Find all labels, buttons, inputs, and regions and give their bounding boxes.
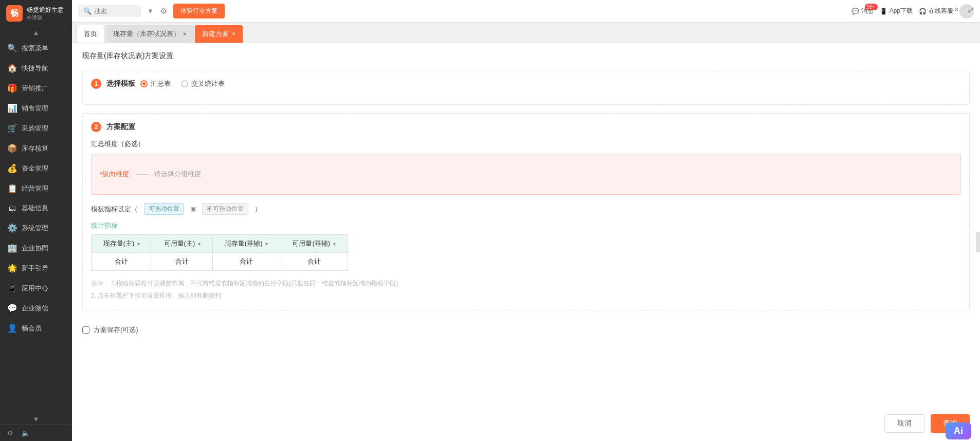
building-icon: 🏢 — [7, 243, 17, 253]
sidebar-item-label: 快捷导航 — [22, 64, 48, 73]
chevron-down-icon-3[interactable]: ▾ — [333, 241, 336, 247]
dimension-label: 汇总维度（必选） — [91, 139, 961, 149]
section2-header: 2 方案配置 — [91, 122, 961, 132]
clipboard-icon: 📋 — [7, 183, 17, 193]
radio-label-cross: 交叉统计表 — [191, 79, 225, 88]
indicator-settings-suffix-1: ▣ — [190, 206, 196, 213]
ai-badge[interactable]: Ai — [946, 422, 971, 439]
chat-icon: 💬 — [7, 303, 17, 313]
headset-icon: 🎧 — [919, 8, 927, 15]
resize-handle[interactable] — [976, 232, 980, 252]
sidebar-bottom: ⚙ 🔈 — [0, 425, 72, 441]
settings-icon[interactable]: ⚙ — [7, 429, 13, 437]
new-scheme-tab-label: 新建方案 — [202, 29, 229, 39]
sidebar-item-label: 销售管理 — [22, 104, 48, 113]
message-button[interactable]: 💬 消息 99+ — [851, 7, 874, 15]
sidebar-item-enterprise[interactable]: 🏢 企业协同 — [0, 238, 72, 258]
scroll-up-arrow[interactable]: ▲ — [0, 27, 72, 38]
chevron-down-icon-1[interactable]: ▾ — [198, 241, 201, 247]
volume-icon[interactable]: 🔈 — [22, 429, 30, 437]
close-inventory-tab-icon[interactable]: × — [183, 30, 187, 38]
dimension-placeholder: 请选择分组维度 — [154, 170, 201, 178]
box-icon: 📦 — [7, 143, 17, 153]
cell-2: 合计 — [212, 253, 280, 271]
sidebar-item-label: 应用中心 — [22, 284, 48, 293]
sidebar-item-wechat[interactable]: 💬 企业微信 — [0, 298, 72, 318]
sidebar-item-member[interactable]: 👤 畅会员 — [0, 318, 72, 338]
app-download-button[interactable]: 📱 App下载 — [880, 7, 913, 15]
template-radio-group: 汇总表 交叉统计表 — [140, 79, 225, 88]
col-header-3[interactable]: 可用量(基辅) ▾ — [280, 235, 348, 253]
panel-close-icon[interactable]: × — [952, 4, 961, 16]
home-icon: 🏠 — [7, 63, 17, 73]
sidebar-item-label: 基础信息 — [22, 204, 48, 213]
tab-inventory[interactable]: 现存量（库存状况表） × — [106, 25, 194, 43]
cancel-button[interactable]: 取消 — [884, 414, 924, 433]
stats-label: 统计指标 — [91, 221, 961, 230]
radio-summary[interactable]: 汇总表 — [140, 79, 171, 88]
search-icon: 🔍 — [83, 7, 92, 15]
save-label: 方案保存(可选) — [94, 325, 138, 335]
col-header-2[interactable]: 现存量(基辅) ▾ — [212, 235, 280, 253]
col-header-1[interactable]: 可用量(主) ▾ — [152, 235, 212, 253]
sidebar-item-inventory[interactable]: 📦 库存核算 — [0, 138, 72, 158]
industry-scheme-button[interactable]: 体验行业方案 — [173, 4, 225, 19]
indicator-settings-label: 模板指标设定（ — [91, 205, 138, 214]
section1-num: 1 — [91, 79, 101, 89]
table-row: 合计 合计 合计 合计 — [92, 253, 348, 271]
sidebar-item-label: 企业协同 — [22, 244, 48, 253]
radio-cross[interactable]: 交叉统计表 — [181, 79, 225, 88]
folder-icon: 🗂 — [7, 204, 17, 213]
sidebar-item-quick-nav[interactable]: 🏠 快捷导航 — [0, 58, 72, 78]
tips-section: 提示： 1.拖动标题栏可以调整布局，不可跨维度或指标区域拖动栏目字段(只能在同一… — [91, 277, 961, 302]
stats-table: 现存量(主) ▾ 可用量(主) ▾ 现存量(基辅 — [91, 234, 348, 271]
cell-1: 合计 — [152, 253, 212, 271]
sidebar-item-marketing[interactable]: 🎁 营销推广 — [0, 78, 72, 98]
cell-0: 合计 — [92, 253, 152, 271]
online-service-button[interactable]: 🎧 在线客服 — [919, 7, 953, 15]
sidebar: 畅 畅捷通好生意 标准版 ▲ 🔍 搜索菜单 🏠 快捷导航 🎁 营销推广 📊 销售… — [0, 0, 72, 441]
sidebar-item-operation[interactable]: 📋 经营管理 — [0, 178, 72, 198]
dimension-selector[interactable]: *纵向维度 —— 请选择分组维度 — [91, 154, 961, 195]
save-checkbox[interactable] — [82, 326, 89, 334]
chart-icon: 📊 — [7, 103, 17, 113]
sidebar-item-search[interactable]: 🔍 搜索菜单 — [0, 38, 72, 58]
sidebar-item-purchase[interactable]: 🛒 采购管理 — [0, 118, 72, 138]
panel-expand-icon[interactable]: ⤢ — [965, 4, 976, 16]
chevron-down-icon-0[interactable]: ▾ — [137, 241, 140, 247]
sidebar-item-label: 企业微信 — [22, 304, 48, 313]
app-version: 标准版 — [27, 14, 64, 21]
sidebar-item-sales[interactable]: 📊 销售管理 — [0, 98, 72, 118]
draggable-badge: 可拖动位置 — [144, 203, 184, 215]
sidebar-item-label: 资金管理 — [22, 164, 48, 173]
close-new-scheme-tab-icon[interactable]: × — [232, 30, 235, 38]
section2-num: 2 — [91, 122, 101, 132]
col-label-0: 现存量(主) — [103, 239, 135, 248]
tabs-bar: 首页 现存量（库存状况表） × 新建方案 × × ⤢ — [72, 23, 980, 43]
sidebar-item-newbie[interactable]: 🌟 新手引导 — [0, 258, 72, 278]
tab-home[interactable]: 首页 — [76, 25, 105, 43]
sidebar-item-label: 搜索菜单 — [22, 44, 48, 53]
tip2: 2. 点击标题栏下拉可设置排序、插入列和删除列 — [91, 292, 221, 299]
search-input[interactable] — [95, 8, 136, 15]
tab-new-scheme[interactable]: 新建方案 × — [195, 25, 243, 43]
dropdown-arrow-icon[interactable]: ▼ — [147, 7, 154, 15]
chevron-down-icon-2[interactable]: ▾ — [265, 241, 268, 247]
radio-label-summary: 汇总表 — [151, 79, 171, 88]
separator: —— — [135, 170, 149, 178]
col-header-0[interactable]: 现存量(主) ▾ — [92, 235, 152, 253]
sidebar-item-system[interactable]: ⚙️ 系统管理 — [0, 218, 72, 238]
logo-text: 畅捷通好生意 标准版 — [27, 6, 64, 22]
scroll-down-arrow[interactable]: ▼ — [0, 414, 72, 425]
gift-icon: 🎁 — [7, 83, 17, 93]
section1-header: 1 选择模板 汇总表 交叉统计表 — [91, 79, 961, 89]
cart-icon: 🛒 — [7, 123, 17, 133]
sidebar-item-finance[interactable]: 💰 资金管理 — [0, 158, 72, 178]
sidebar-item-apps[interactable]: 📱 应用中心 — [0, 278, 72, 298]
non-draggable-badge: 不可拖动位置 — [202, 203, 248, 215]
settings-topbar-icon[interactable]: ⚙ — [160, 6, 167, 16]
sidebar-item-basic[interactable]: 🗂 基础信息 — [0, 198, 72, 218]
search-box[interactable]: 🔍 — [78, 5, 141, 17]
sidebar-item-label: 经营管理 — [22, 184, 48, 193]
dimension-text: *纵向维度 —— 请选择分组维度 — [100, 170, 201, 179]
